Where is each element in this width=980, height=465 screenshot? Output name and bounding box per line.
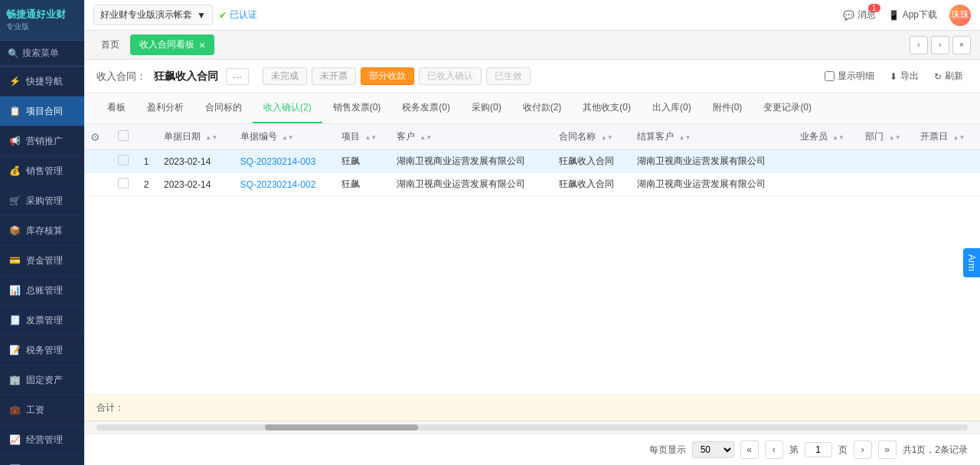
next-page-button[interactable]: › <box>854 440 872 459</box>
tab-payment[interactable]: 收付款(2) <box>512 93 573 123</box>
sidebar-item-operations[interactable]: 📈 经营管理 <box>0 425 84 455</box>
department-sort-icon: ▲▼ <box>889 135 901 141</box>
sidebar-item-fixed-assets[interactable]: 🏢 固定资产 <box>0 365 84 395</box>
tab-close-button[interactable]: × <box>199 39 205 51</box>
sidebar-item-label: 税务管理 <box>26 344 63 357</box>
col-salesman-header[interactable]: 业务员 ▲▼ <box>794 124 860 150</box>
tab-board[interactable]: 看板 <box>96 93 136 123</box>
sidebar-item-label: 总账管理 <box>26 284 63 297</box>
col-num-header <box>135 124 158 150</box>
more-button[interactable]: ··· <box>226 68 249 85</box>
status-tag-effective[interactable]: 已生效 <box>486 67 531 85</box>
tab-warehouse[interactable]: 出入库(0) <box>642 93 702 123</box>
refresh-label: 刷新 <box>945 70 963 83</box>
tab-income-confirm[interactable]: 收入确认(2) <box>253 93 322 123</box>
row-1-docno-link[interactable]: SQ-20230214-003 <box>240 156 316 167</box>
user-avatar[interactable]: 珠珠 <box>949 5 971 26</box>
project-sort-icon: ▲▼ <box>364 135 377 141</box>
col-contract-name-header[interactable]: 合同名称 ▲▼ <box>553 124 631 150</box>
app-name: 畅捷通好业财 <box>6 8 66 21</box>
row-1-date: 2023-02-14 <box>158 150 234 173</box>
company-dropdown-icon: ▼ <box>197 10 206 21</box>
refresh-button[interactable]: ↻ 刷新 <box>929 68 968 84</box>
tab-profit[interactable]: 盈利分析 <box>136 93 194 123</box>
show-detail-toggle[interactable]: 显示明细 <box>820 68 879 84</box>
row-2-checkbox[interactable] <box>118 178 129 188</box>
tab-contract-standard[interactable]: 合同标的 <box>194 93 253 123</box>
export-button[interactable]: ⬇ 导出 <box>885 68 923 84</box>
sidebar-item-tax[interactable]: 📝 税务管理 <box>0 336 84 365</box>
show-detail-checkbox[interactable] <box>825 71 835 81</box>
last-page-button[interactable]: » <box>878 440 897 459</box>
status-tag-uninvoiced[interactable]: 未开票 <box>312 67 356 85</box>
sidebar-item-inventory[interactable]: 📦 库存核算 <box>0 216 84 246</box>
sidebar-item-hr[interactable]: 💼 工资 <box>0 395 84 425</box>
col-docno-header[interactable]: 单据编号 ▲▼ <box>234 124 336 150</box>
data-table: ⚙ 单据日期 ▲▼ 单据编号 <box>84 124 980 196</box>
row-2-result-customer: 湖南卫视商业运营发展有限公司 <box>631 173 794 196</box>
customer-sort-icon: ▲▼ <box>420 135 432 141</box>
tab-attachment[interactable]: 附件(0) <box>702 93 753 123</box>
tab-purchase[interactable]: 采购(0) <box>461 93 512 123</box>
sidebar-item-purchase[interactable]: 🛒 采购管理 <box>0 186 84 216</box>
scroll-area[interactable] <box>84 421 980 434</box>
sidebar: 畅捷通好业财 专业版 🔍 搜索菜单 ⚡ 快捷导航 📋 项目合同 📢 营销推广 💰… <box>0 0 84 465</box>
status-tag-uncomplete[interactable]: 未完成 <box>263 67 307 85</box>
sidebar-item-general-ledger[interactable]: 📊 总账管理 <box>0 276 84 306</box>
status-tag-partial[interactable]: 部分收款 <box>361 67 414 85</box>
table-row[interactable]: 1 2023-02-14 SQ-20230214-003 狂飙 湖南卫视商业运营… <box>84 150 980 173</box>
sidebar-item-invoice[interactable]: 🧾 发票管理 <box>0 306 84 336</box>
status-tag-confirmed[interactable]: 已收入确认 <box>419 67 482 85</box>
sidebar-item-sales[interactable]: 💰 销售管理 <box>0 156 84 186</box>
tab-change-log[interactable]: 变更记录(0) <box>753 93 822 123</box>
sidebar-search[interactable]: 🔍 搜索菜单 <box>0 41 84 67</box>
sidebar-item-label: 资金管理 <box>26 254 63 267</box>
col-customer-header[interactable]: 客户 ▲▼ <box>390 124 554 150</box>
home-tab[interactable]: 首页 <box>93 34 127 56</box>
table-area: ⚙ 单据日期 ▲▼ 单据编号 <box>84 124 980 395</box>
tab-other-income[interactable]: 其他收支(0) <box>572 93 642 123</box>
contract-name: 狂飙收入合同 <box>154 70 218 84</box>
col-result-customer-header[interactable]: 结算客户 ▲▼ <box>631 124 794 150</box>
col-open-date-header[interactable]: 开票日 ▲▼ <box>914 124 980 150</box>
row-1-checkbox[interactable] <box>118 155 129 165</box>
prev-page-button[interactable]: ‹ <box>765 440 783 459</box>
tab-tax-invoice[interactable]: 税务发票(0) <box>391 93 461 123</box>
phone-icon: 📱 <box>888 10 900 21</box>
col-department-header[interactable]: 部门 ▲▼ <box>859 124 914 150</box>
row-2-docno-link[interactable]: SQ-20230214-002 <box>240 179 316 190</box>
sales-icon: 💰 <box>8 164 21 178</box>
page-input[interactable] <box>805 442 832 457</box>
active-tab-label: 收入合同看板 <box>139 38 194 51</box>
table-row[interactable]: 2 2023-02-14 SQ-20230214-002 狂飙 湖南卫视商业运营… <box>84 173 980 196</box>
tab-prev-button[interactable]: ‹ <box>910 36 928 54</box>
app-download-button[interactable]: 📱 App下载 <box>888 8 937 21</box>
tab-sales-invoice[interactable]: 销售发票(0) <box>322 93 392 123</box>
row-settings <box>84 150 112 173</box>
app-sub: 专业版 <box>6 21 66 32</box>
col-date-header[interactable]: 单据日期 ▲▼ <box>158 124 234 150</box>
sidebar-item-capital[interactable]: 💳 资金管理 <box>0 246 84 276</box>
column-settings-icon[interactable]: ⚙ <box>90 131 100 143</box>
first-page-button[interactable]: « <box>740 440 759 459</box>
row-1-contract-name: 狂飙收入合同 <box>553 150 631 173</box>
content: 收入合同： 狂飙收入合同 ··· 未完成 未开票 部分收款 已收入确认 已生效 … <box>84 60 980 465</box>
row-2-salesman <box>794 173 860 196</box>
company-selector[interactable]: 好业财专业版演示帐套 ▼ <box>93 5 213 25</box>
select-all-checkbox[interactable] <box>118 130 129 141</box>
per-page-select[interactable]: 20 50 100 <box>692 441 734 458</box>
active-tab[interactable]: 收入合同看板 × <box>130 34 214 55</box>
sidebar-item-quick-nav[interactable]: ⚡ 快捷导航 <box>0 67 84 97</box>
col-project-header[interactable]: 项目 ▲▼ <box>335 124 390 150</box>
message-button[interactable]: 💬 消息 1 <box>843 8 876 21</box>
sidebar-item-mini-report[interactable]: 📉 小畅报告 <box>0 455 84 465</box>
sidebar-item-marketing[interactable]: 📢 营销推广 <box>0 126 84 156</box>
scroll-thumb[interactable] <box>265 424 418 431</box>
row-2-open-date <box>914 173 980 196</box>
sub-tabs: 看板 盈利分析 合同标的 收入确认(2) 销售发票(0) 税务发票(0) 采购(… <box>84 93 980 124</box>
sidebar-item-project-contract[interactable]: 📋 项目合同 <box>0 97 84 126</box>
right-panel[interactable]: Arm <box>963 248 980 277</box>
tab-next-button[interactable]: › <box>931 36 949 54</box>
capital-icon: 💳 <box>8 254 21 267</box>
tab-close-window-button[interactable]: × <box>952 36 971 54</box>
